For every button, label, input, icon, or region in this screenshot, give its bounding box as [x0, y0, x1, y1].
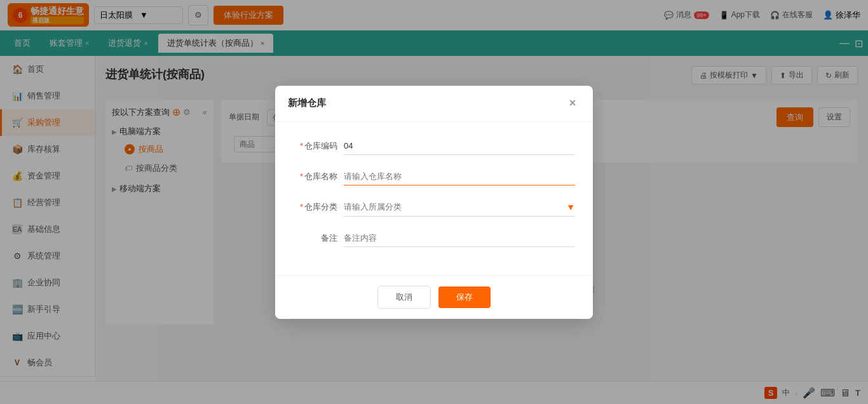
category-dropdown-icon: ▼: [566, 202, 575, 212]
warehouse-category-select-wrapper[interactable]: ▼: [344, 198, 575, 217]
note-row: 备注: [293, 229, 575, 247]
warehouse-name-label: 仓库名称: [293, 171, 344, 182]
warehouse-code-row: 仓库编码: [293, 137, 575, 155]
warehouse-category-input[interactable]: [344, 202, 566, 212]
warehouse-category-label: 仓库分类: [293, 201, 344, 213]
warehouse-category-row: 仓库分类 ▼: [293, 198, 575, 217]
note-label: 备注: [293, 232, 344, 244]
modal-title: 新增仓库: [288, 97, 326, 109]
save-button[interactable]: 保存: [438, 286, 491, 308]
warehouse-code-input[interactable]: [344, 137, 575, 155]
note-input[interactable]: [344, 229, 575, 247]
modal-close-button[interactable]: ×: [565, 96, 580, 111]
modal-body: 仓库编码 仓库名称 仓库分类 ▼ 备注: [275, 122, 593, 275]
new-warehouse-modal: 新增仓库 × 仓库编码 仓库名称 仓库分类 ▼: [275, 86, 593, 319]
warehouse-code-label: 仓库编码: [293, 140, 344, 152]
modal-overlay: 新增仓库 × 仓库编码 仓库名称 仓库分类 ▼: [0, 0, 868, 404]
modal-footer: 取消 保存: [275, 275, 593, 319]
warehouse-name-input[interactable]: [344, 168, 575, 185]
warehouse-name-row: 仓库名称: [293, 168, 575, 185]
cancel-button[interactable]: 取消: [377, 286, 431, 309]
modal-header: 新增仓库 ×: [275, 86, 593, 122]
